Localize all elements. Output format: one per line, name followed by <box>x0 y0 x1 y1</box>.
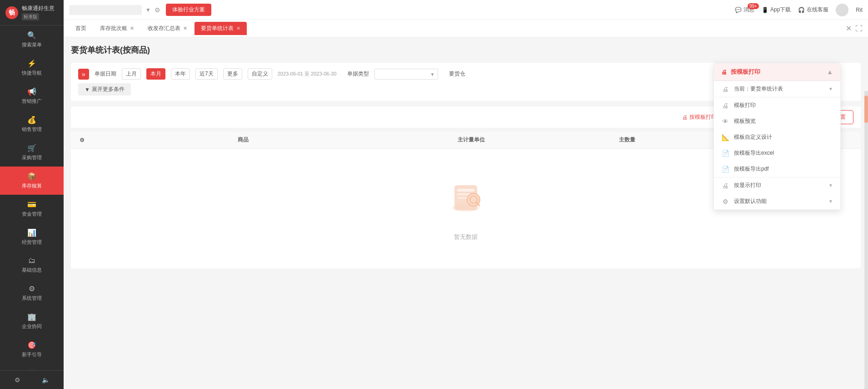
sidebar-item-inventory[interactable]: 📦 库存核算 <box>0 167 64 195</box>
date-btn-custom[interactable]: 自定义 <box>248 68 272 80</box>
column-settings-icon[interactable]: ⚙ <box>80 137 85 143</box>
message-button[interactable]: 💬 消息 99+ <box>735 6 754 14</box>
scrollbar-thumb[interactable] <box>864 96 868 123</box>
topbar-gear-icon[interactable]: ⚙ <box>155 6 160 14</box>
sidebar-item-operations[interactable]: 📊 经营管理 <box>0 223 64 251</box>
print-dropdown-current-item[interactable]: 🖨 当前：要货单统计表 ▼ <box>714 81 840 97</box>
tab-inventory-batch[interactable]: 库存批次账 ✕ <box>94 22 140 35</box>
sidebar-item-sales[interactable]: 💰 销售管理 <box>0 110 64 138</box>
type-select[interactable] <box>374 69 438 80</box>
set-default-icon: ⚙ <box>721 198 729 205</box>
sidebar-item-newguide[interactable]: 🎯 新手引导 <box>0 335 64 364</box>
sidebar-item-label: 搜索菜单 <box>22 41 42 48</box>
tabs-right-controls: ✕ ⛶ <box>846 24 863 33</box>
date-btn-prev-month[interactable]: 上月 <box>122 68 141 80</box>
display-print-chevron-icon: ▼ <box>828 183 833 188</box>
trial-button[interactable]: 体验行业方案 <box>166 4 211 16</box>
svg-rect-4 <box>457 197 468 199</box>
online-service-button[interactable]: 🎧 在线客服 <box>798 6 828 14</box>
tab-receipts-summary-label: 收发存汇总表 <box>148 25 180 32</box>
display-print-left: 🖨 按显示打印 <box>721 182 761 189</box>
current-template-label: 当前：要货单统计表 <box>734 85 783 93</box>
export-excel-icon: 📄 <box>721 150 729 157</box>
app-label: App下载 <box>770 6 791 14</box>
print-dropdown-item-template-design[interactable]: 📐 模板自定义设计 <box>714 129 840 145</box>
speaker-footer-btn[interactable]: 🔈 <box>42 376 50 384</box>
sidebar-item-label: 资金管理 <box>22 211 42 217</box>
tab-requisition-stats[interactable]: 要货单统计表 ✕ <box>195 22 247 35</box>
sidebar-item-quicknav[interactable]: ⚡ 快捷导航 <box>0 54 64 82</box>
th-settings: ⚙ <box>71 137 93 143</box>
date-btn-current-month[interactable]: 本月 <box>146 68 165 80</box>
tabs-close-all-icon[interactable]: ✕ <box>846 24 852 33</box>
filter-expand-button[interactable]: » <box>78 69 89 80</box>
print-dropdown-header: 🖨 按模板打印 ▲ <box>714 63 840 81</box>
operations-icon: 📊 <box>27 228 36 237</box>
search-icon: 🔍 <box>27 31 36 40</box>
settings-footer-btn[interactable]: ⚙ <box>15 376 20 384</box>
purchase-icon: 🛒 <box>27 144 36 152</box>
sidebar-footer: ⚙ 🔈 <box>0 370 64 389</box>
sidebar-item-enterprise[interactable]: 🏢 企业协同 <box>0 307 64 335</box>
sidebar-item-system[interactable]: ⚙ 系统管理 <box>0 279 64 307</box>
sidebar-item-purchase[interactable]: 🛒 采购管理 <box>0 138 64 167</box>
sidebar-item-search[interactable]: 🔍 搜索菜单 <box>0 25 64 54</box>
expand-more-icon: ▼ <box>85 86 90 93</box>
tab-home[interactable]: 首页 <box>69 22 93 35</box>
page-title: 要货单统计表(按商品) <box>71 45 861 56</box>
template-print-icon: 🖨 <box>721 102 729 109</box>
sidebar-item-label: 快捷导航 <box>22 70 42 76</box>
date-btn-more[interactable]: 更多 <box>223 68 242 80</box>
user-avatar[interactable] <box>836 4 848 16</box>
tabs-expand-icon[interactable]: ⛶ <box>855 25 863 33</box>
print-dropdown-item-template-print[interactable]: 🖨 模板打印 <box>714 97 840 113</box>
expand-more-button[interactable]: ▼ 展开更多条件 <box>78 83 131 96</box>
print-dropdown-item-export-excel[interactable]: 📄 按模板导出excel <box>714 145 840 161</box>
sidebar-item-marketing[interactable]: 📢 营销推广 <box>0 82 64 110</box>
print-dropdown: 🖨 按模板打印 ▲ 🖨 当前：要货单统计表 ▼ 🖨 模板打印 👁 模板预览 📐 … <box>713 63 841 210</box>
tab-inventory-batch-close-icon[interactable]: ✕ <box>130 25 134 31</box>
sidebar-item-finance[interactable]: 💳 资金管理 <box>0 195 64 223</box>
sidebar-item-label: 系统管理 <box>22 295 42 302</box>
tab-inventory-batch-label: 库存批次账 <box>100 25 127 32</box>
cargo-filter-label: 要货仓 <box>449 70 465 78</box>
type-select-wrap <box>374 69 438 80</box>
tab-requisition-stats-close-icon[interactable]: ✕ <box>236 25 240 31</box>
print-dropdown-current-section: 🖨 当前：要货单统计表 ▼ <box>714 81 840 97</box>
template-design-icon: 📐 <box>721 134 729 141</box>
sidebar-item-appcenter[interactable]: 📱 应用中心 <box>0 364 64 370</box>
set-default-left: ⚙ 设置默认功能 <box>721 197 767 205</box>
system-icon: ⚙ <box>29 284 35 293</box>
username-label[interactable]: Rit <box>856 7 863 13</box>
service-icon: 🎧 <box>798 7 805 13</box>
print-dropdown-title-text: 按模板打印 <box>731 68 760 76</box>
print-dropdown-set-default[interactable]: ⚙ 设置默认功能 ▼ <box>714 193 840 209</box>
logo-tag: 标准版 <box>22 13 39 20</box>
print-dropdown-item-export-pdf[interactable]: 📄 按模板导出pdf <box>714 161 840 177</box>
th-product: 商品 <box>93 136 394 144</box>
print-dropdown-current-left: 🖨 当前：要货单统计表 <box>721 85 783 93</box>
search-chevron-icon[interactable]: ▼ <box>145 7 151 13</box>
tab-receipts-summary-close-icon[interactable]: ✕ <box>183 25 187 31</box>
date-btn-current-year[interactable]: 本年 <box>171 68 190 80</box>
print-dropdown-item-template-preview[interactable]: 👁 模板预览 <box>714 113 840 129</box>
sidebar-item-label: 库存核算 <box>22 182 42 189</box>
template-preview-icon: 👁 <box>721 118 729 125</box>
date-range-display: 2023-06-01 至 2023-06-30 <box>278 71 337 77</box>
message-badge: 99+ <box>748 3 759 9</box>
right-scrollbar[interactable] <box>864 91 868 389</box>
print-dropdown-display-print[interactable]: 🖨 按显示打印 ▼ <box>714 177 840 193</box>
sidebar-item-basic[interactable]: 🗂 基础信息 <box>0 251 64 279</box>
topbar-search-input[interactable] <box>69 5 142 15</box>
print-dropdown-close-icon[interactable]: ▲ <box>827 68 833 76</box>
message-icon: 💬 <box>735 7 742 13</box>
logo-icon: 畅 <box>5 6 18 19</box>
logo-text: 畅康通好生意 标准版 <box>22 5 55 20</box>
topbar: ▼ ⚙ 体验行业方案 💬 消息 99+ 📱 App下载 🎧 在线客服 Rit <box>64 0 868 20</box>
date-btn-last7days[interactable]: 近7天 <box>195 68 218 80</box>
sidebar-item-label: 基础信息 <box>22 267 42 273</box>
basic-icon: 🗂 <box>28 257 35 265</box>
print-dropdown-icon: 🖨 <box>721 69 727 76</box>
app-download-button[interactable]: 📱 App下载 <box>762 6 791 14</box>
tab-receipts-summary[interactable]: 收发存汇总表 ✕ <box>141 22 194 35</box>
